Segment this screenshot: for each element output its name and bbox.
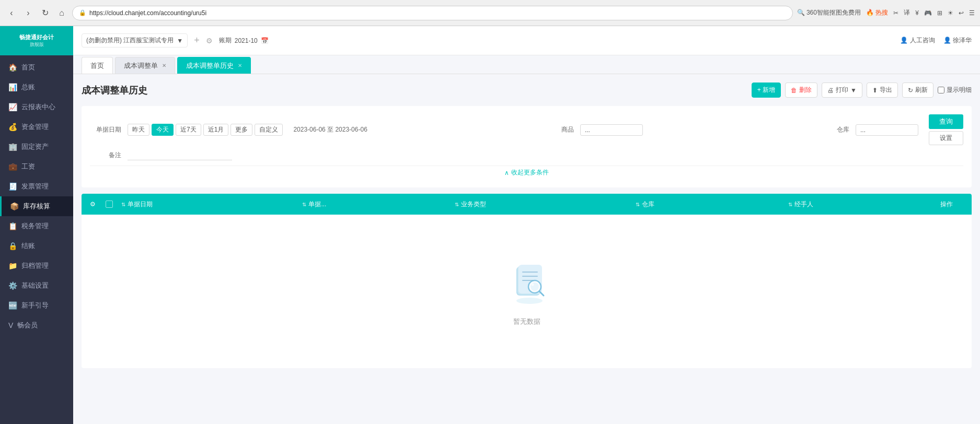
date-range-text: 2023-06-06 至 2023-06-06 [293, 125, 367, 134]
filter-row-remark: 备注 [90, 150, 963, 160]
th-checkbox[interactable] [101, 201, 117, 208]
undo-tool[interactable]: ↩ [959, 9, 964, 17]
date-btn-today[interactable]: 今天 [152, 124, 174, 136]
sidebar-item-guide-label: 新手引导 [21, 301, 49, 310]
company-selector[interactable]: (勿删勿禁用) 江西服宝测试专用 ▼ [82, 33, 188, 48]
new-button[interactable]: + 新增 [752, 83, 781, 98]
nav-back-button[interactable]: ‹ [5, 7, 18, 19]
setting-button[interactable]: 设置 [929, 131, 963, 145]
sidebar-item-settings[interactable]: ⚙️ 基础设置 [0, 276, 73, 296]
scissors-tool[interactable]: ✂ [893, 9, 898, 17]
goods-dots: ... [585, 126, 590, 134]
tab-cost-adjust[interactable]: 成本调整单 ✕ [115, 57, 175, 74]
add-company-btn[interactable]: + [194, 35, 200, 46]
sidebar-item-funds[interactable]: 💰 资金管理 [0, 117, 73, 137]
export-button[interactable]: ⬆ 导出 [867, 83, 898, 98]
user-service-link[interactable]: 👤 人工咨询 [900, 36, 935, 45]
print-button[interactable]: 🖨 打印 ▼ [822, 83, 862, 98]
sidebar-item-tax[interactable]: 📋 税务管理 [0, 216, 73, 236]
sidebar-item-invoice[interactable]: 🧾 发票管理 [0, 176, 73, 196]
sidebar-item-report[interactable]: 📈 云报表中心 [0, 97, 73, 117]
search-tool[interactable]: 🔍 360智能抠图免费用 [797, 8, 861, 17]
page-actions: + 新增 🗑 删除 🖨 打印 ▼ ⬆ 导出 ↻ [752, 83, 972, 98]
date-btn-1month[interactable]: 近1月 [203, 124, 229, 136]
guide-icon: 🆕 [8, 301, 17, 310]
sidebar-item-ledger[interactable]: 📊 总账 [0, 77, 73, 97]
top-bar-right: 👤 人工咨询 👤 徐泽华 [900, 36, 972, 45]
date-btn-custom[interactable]: 自定义 [255, 124, 283, 136]
report-icon: 📈 [8, 103, 17, 111]
date-btn-7days[interactable]: 近7天 [176, 124, 201, 136]
home-button[interactable]: ⌂ [55, 7, 68, 19]
collapse-label: 收起更多条件 [511, 168, 549, 177]
refresh-button[interactable]: ↻ 刷新 [902, 83, 933, 98]
date-btn-more[interactable]: 更多 [230, 124, 252, 136]
logo-sub: 旗舰版 [30, 41, 44, 48]
sort-handler-icon: ⇅ [788, 202, 792, 207]
sort-warehouse-icon: ⇅ [636, 202, 640, 207]
refresh-button[interactable]: ↻ [39, 7, 51, 19]
calendar-icon[interactable]: 📅 [261, 37, 269, 44]
show-detail-checkbox[interactable]: 显示明细 [938, 86, 972, 95]
sidebar-item-closing[interactable]: 🔒 结账 [0, 236, 73, 256]
table-container: ⚙ ⇅ 单据日期 ⇅ 单据... ⇅ 业务类型 [82, 194, 972, 368]
url-bar[interactable]: 🔒 https://cloud.chanjet.com/accounting/u… [72, 6, 793, 20]
warehouse-filter-select[interactable]: ... [856, 124, 918, 136]
th-warehouse[interactable]: ⇅ 仓库 [631, 200, 783, 209]
th-handler[interactable]: ⇅ 经手人 [784, 200, 936, 209]
inventory-icon: 📦 [10, 202, 19, 210]
top-bar: (勿删勿禁用) 江西服宝测试专用 ▼ + ⚙ 账期 2021-10 📅 👤 人工… [73, 26, 980, 55]
sidebar-item-inventory[interactable]: 📦 库存核算 [0, 196, 73, 216]
tab-home[interactable]: 首页 [82, 57, 113, 74]
settings-icon: ⚙️ [8, 281, 17, 290]
sidebar-item-home-label: 首页 [21, 63, 35, 72]
hot-search-tool[interactable]: 🔥 热搜 [866, 8, 888, 17]
empty-illustration [501, 256, 553, 309]
user-avatar[interactable]: 👤 徐泽华 [943, 36, 972, 45]
company-name: (勿删勿禁用) 江西服宝测试专用 [86, 36, 174, 45]
settings-gear-icon[interactable]: ⚙ [206, 37, 213, 45]
menu-tool[interactable]: ☰ [969, 9, 975, 17]
sidebar-item-member[interactable]: V 畅会员 [0, 315, 73, 335]
remark-input[interactable] [128, 150, 232, 160]
th-voucher[interactable]: ⇅ 单据... [298, 200, 450, 209]
collapse-chevron-icon: ∧ [504, 169, 509, 176]
tab-cost-adjust-history-close-icon[interactable]: ✕ [238, 63, 242, 68]
search-button[interactable]: 查询 [929, 114, 963, 129]
th-actions-label: 操作 [940, 200, 953, 209]
brightness-tool[interactable]: ☀ [948, 9, 953, 17]
th-warehouse-label: 仓库 [642, 200, 654, 209]
fixed-icon: 🏢 [8, 143, 17, 151]
th-settings[interactable]: ⚙ [86, 201, 101, 208]
nav-forward-button[interactable]: › [22, 7, 34, 19]
sidebar-item-home[interactable]: 🏠 首页 [0, 57, 73, 77]
goods-filter-select[interactable]: ... [580, 124, 643, 136]
tab-cost-adjust-close-icon[interactable]: ✕ [162, 63, 166, 68]
sort-biztype-icon: ⇅ [455, 202, 459, 207]
translate-tool[interactable]: 译 [904, 8, 910, 17]
browser-tools: 🔍 360智能抠图免费用 🔥 热搜 ✂ 译 ¥ 🎮 ⊞ ☀ ↩ ☰ [797, 8, 975, 17]
sidebar-item-fixed[interactable]: 🏢 固定资产 [0, 137, 73, 157]
sort-date-icon: ⇅ [121, 202, 125, 207]
print-icon: 🖨 [827, 87, 834, 94]
sidebar-item-archive[interactable]: 📁 归档管理 [0, 256, 73, 276]
th-voucher-label: 单据... [308, 200, 326, 209]
sort-voucher-icon: ⇅ [302, 202, 306, 207]
sidebar-item-guide[interactable]: 🆕 新手引导 [0, 296, 73, 315]
show-detail-input[interactable] [938, 87, 944, 93]
header-checkbox[interactable] [106, 201, 113, 208]
date-btn-yesterday[interactable]: 昨天 [128, 124, 149, 136]
collapse-button[interactable]: ∧ 收起更多条件 [90, 166, 963, 179]
sidebar-logo: 畅捷通好会计 旗舰版 [0, 26, 73, 55]
grid-tool[interactable]: ⊞ [937, 9, 942, 17]
tab-cost-adjust-history[interactable]: 成本调整单历史 ✕ [177, 57, 251, 74]
filter-actions: 查询 设置 [929, 114, 963, 145]
th-date[interactable]: ⇅ 单据日期 [117, 200, 298, 209]
invoice-icon: 🧾 [8, 182, 17, 191]
game-tool[interactable]: 🎮 [924, 9, 932, 17]
wallet-tool[interactable]: ¥ [915, 9, 919, 17]
print-dropdown-icon: ▼ [850, 87, 857, 94]
delete-button[interactable]: 🗑 删除 [785, 83, 817, 98]
th-biz-type[interactable]: ⇅ 业务类型 [451, 200, 631, 209]
sidebar-item-salary[interactable]: 💼 工资 [0, 157, 73, 176]
